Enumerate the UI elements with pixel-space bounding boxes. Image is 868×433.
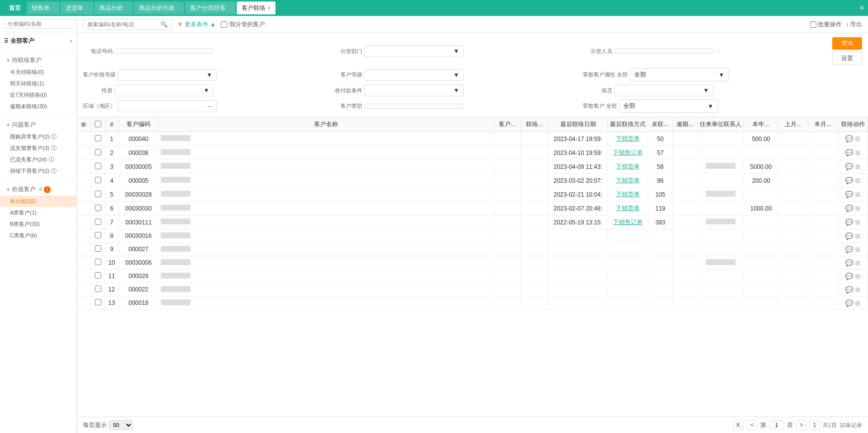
current-page-input[interactable] bbox=[769, 421, 784, 430]
close-analysis-icon[interactable]: × bbox=[125, 5, 128, 11]
close-customer-contact-icon[interactable]: × bbox=[267, 5, 270, 11]
th-type[interactable]: 客户... bbox=[494, 117, 521, 132]
th-partner-contact[interactable]: 往来单位联系人 bbox=[698, 117, 744, 132]
sidebar-item-abnormal[interactable]: 囤购异常客户(2) ⓘ bbox=[0, 131, 76, 143]
action-grid-icon[interactable]: ⊞ bbox=[855, 232, 861, 240]
region-select[interactable]: ··· bbox=[118, 100, 217, 112]
close-analysis-list-icon[interactable]: × bbox=[177, 5, 180, 11]
tab-purchase[interactable]: 进货单 × bbox=[61, 1, 93, 14]
row-checkbox[interactable] bbox=[95, 205, 101, 211]
close-sales-icon[interactable]: × bbox=[52, 5, 55, 11]
price-grade-select[interactable]: ▼ bbox=[118, 69, 217, 81]
sidebar-item-class-c[interactable]: C类客户(6) bbox=[0, 230, 76, 241]
row-checkbox[interactable] bbox=[95, 163, 101, 169]
action-grid-icon[interactable]: ⊞ bbox=[855, 163, 861, 170]
action-grid-icon[interactable]: ⊞ bbox=[855, 299, 861, 307]
td-last-method[interactable] bbox=[608, 270, 648, 283]
action-grid-icon[interactable]: ⊞ bbox=[855, 177, 861, 184]
th-last-month[interactable]: 上月... bbox=[779, 117, 808, 132]
td-check[interactable] bbox=[91, 202, 105, 216]
batch-ops-btn[interactable]: 批量操作 bbox=[810, 20, 842, 29]
close-customer-segment-icon[interactable]: × bbox=[228, 5, 231, 11]
th-code[interactable]: 客户编码 bbox=[119, 117, 158, 132]
th-last-method[interactable]: 最后联络方式 bbox=[608, 117, 648, 132]
manager-input[interactable] bbox=[614, 49, 714, 54]
manager-more-icon[interactable]: ··· bbox=[716, 48, 721, 55]
window-close-btn[interactable]: × bbox=[860, 3, 864, 12]
action-chat-icon[interactable]: 💬 bbox=[845, 299, 853, 307]
td-check[interactable] bbox=[91, 270, 105, 283]
last-method-link[interactable]: 下销货单 bbox=[616, 135, 640, 142]
action-chat-icon[interactable]: 💬 bbox=[845, 259, 853, 267]
td-check[interactable] bbox=[91, 256, 105, 270]
td-last-method[interactable]: 下销货单 bbox=[608, 174, 648, 188]
td-last-method[interactable] bbox=[608, 283, 648, 296]
action-grid-icon[interactable]: ⊞ bbox=[855, 135, 861, 143]
action-grid-icon[interactable]: ⊞ bbox=[855, 205, 861, 212]
sidebar-item-overdue[interactable]: 逾期未联络(30) bbox=[0, 101, 76, 112]
filter-my-customers[interactable]: 我分管的客户 bbox=[221, 20, 265, 29]
action-chat-icon[interactable]: 💬 bbox=[845, 149, 853, 156]
td-last-method[interactable]: 下销售订单 bbox=[608, 216, 648, 229]
td-check[interactable] bbox=[91, 216, 105, 229]
sidebar-item-today[interactable]: 今天待联络(0) bbox=[0, 67, 76, 78]
td-last-method[interactable] bbox=[608, 296, 648, 310]
status-select[interactable]: ▼ bbox=[614, 84, 714, 96]
sidebar-value-group[interactable]: ▼ 价值客户 ↺ ! bbox=[0, 183, 76, 196]
action-grid-icon[interactable]: ⊞ bbox=[855, 259, 861, 267]
retail-attr-select[interactable]: 全部▼ bbox=[630, 68, 729, 81]
th-last-date[interactable]: 最后联络日期 bbox=[548, 117, 608, 132]
filter-search-box[interactable]: 🔍 bbox=[83, 19, 172, 30]
td-check[interactable] bbox=[91, 132, 105, 146]
th-uncontacted[interactable]: 未联... bbox=[648, 117, 673, 132]
action-chat-icon[interactable]: 💬 bbox=[845, 273, 853, 280]
sidebar-item-ungroup[interactable]: 未分组(32) bbox=[0, 196, 76, 207]
phone-input[interactable] bbox=[115, 49, 214, 54]
action-chat-icon[interactable]: 💬 bbox=[845, 218, 853, 226]
action-chat-icon[interactable]: 💬 bbox=[845, 191, 853, 198]
value-refresh-icon[interactable]: ↺ bbox=[38, 187, 42, 192]
action-chat-icon[interactable]: 💬 bbox=[845, 177, 853, 184]
td-check[interactable] bbox=[91, 283, 105, 296]
row-checkbox[interactable] bbox=[95, 259, 101, 265]
td-last-method[interactable] bbox=[608, 256, 648, 270]
batch-checkbox[interactable] bbox=[810, 21, 816, 28]
row-checkbox[interactable] bbox=[95, 272, 101, 279]
last-method-link[interactable]: 下销售订单 bbox=[613, 218, 643, 225]
last-method-link[interactable]: 下销货单 bbox=[616, 191, 640, 198]
sidebar-item-churned[interactable]: 已流失客户(24) ⓘ bbox=[0, 154, 76, 165]
sidebar-item-tomorrow[interactable]: 明天待联络(1) bbox=[0, 78, 76, 89]
td-last-method[interactable]: 下销货单 bbox=[608, 188, 648, 202]
sidebar-item-week[interactable]: 近7天待联络(0) bbox=[0, 89, 76, 101]
filter-more-btn[interactable]: ▼ 更多条件 ▲ bbox=[177, 20, 216, 29]
td-last-method[interactable]: 下销货单 bbox=[608, 160, 648, 174]
sidebar-collapse-icon[interactable]: « bbox=[69, 38, 72, 44]
sidebar-problem-group[interactable]: ▼ 问题客户 bbox=[0, 119, 76, 131]
close-purchase-icon[interactable]: × bbox=[85, 5, 88, 11]
sidebar-item-class-b[interactable]: B类客户(33) bbox=[0, 218, 76, 230]
action-chat-icon[interactable]: 💬 bbox=[845, 286, 853, 293]
customer-type-select[interactable] bbox=[364, 104, 464, 109]
row-checkbox[interactable] bbox=[95, 232, 101, 238]
th-settings[interactable]: ⚙ bbox=[77, 117, 91, 132]
row-checkbox[interactable] bbox=[95, 135, 101, 142]
reset-btn[interactable]: 设置 bbox=[832, 52, 862, 65]
th-check[interactable] bbox=[91, 117, 105, 132]
sidebar-search-input[interactable] bbox=[4, 19, 77, 29]
td-last-method[interactable] bbox=[608, 229, 648, 243]
sidebar-item-declining[interactable]: 持续下滑客户(2) ⓘ bbox=[0, 165, 76, 177]
dept-select[interactable]: ▼ bbox=[364, 45, 464, 57]
row-checkbox[interactable] bbox=[95, 191, 101, 197]
action-chat-icon[interactable]: 💬 bbox=[845, 246, 853, 253]
td-check[interactable] bbox=[91, 146, 105, 160]
td-last-method[interactable]: 下销货单 bbox=[608, 132, 648, 146]
prev-page-btn[interactable]: < bbox=[747, 420, 757, 430]
action-grid-icon[interactable]: ⊞ bbox=[855, 191, 861, 198]
td-check[interactable] bbox=[91, 243, 105, 256]
row-checkbox[interactable] bbox=[95, 286, 101, 292]
th-overdue[interactable]: 逾期... bbox=[673, 117, 698, 132]
export-btn[interactable]: ↓ 导出 bbox=[846, 20, 862, 29]
action-grid-icon[interactable]: ⊞ bbox=[855, 149, 861, 156]
retail-select[interactable]: 全部▼ bbox=[619, 99, 718, 113]
last-page-btn[interactable]: 1 bbox=[809, 420, 820, 430]
